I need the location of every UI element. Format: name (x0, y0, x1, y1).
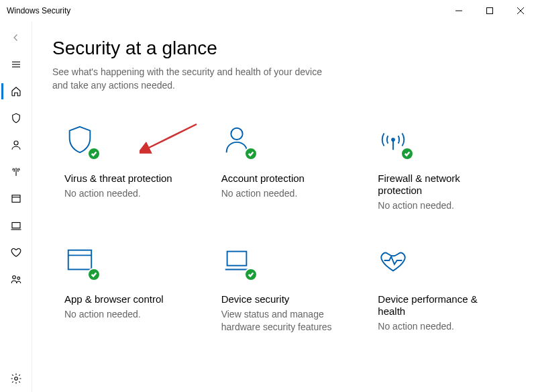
window-title: Windows Security (7, 6, 70, 15)
check-badge-icon (244, 147, 258, 160)
tile-app-browser[interactable]: App & browser control No action needed. (52, 234, 203, 348)
tile-account-protection[interactable]: Account protection No action needed. (209, 113, 360, 228)
close-button[interactable] (505, 0, 536, 21)
maximize-button[interactable] (474, 0, 505, 21)
page-title: Security at a glance (52, 38, 516, 59)
nav-family-options[interactable] (1, 266, 31, 293)
window-controls (443, 0, 536, 21)
shield-icon (64, 124, 99, 159)
back-button[interactable] (1, 24, 31, 51)
tile-virus-threat[interactable]: Virus & threat protection No action need… (52, 113, 203, 228)
title-bar: Windows Security (0, 0, 536, 21)
nav-app-browser[interactable] (1, 185, 31, 212)
check-badge-icon (244, 268, 258, 281)
tile-title: Virus & threat protection (64, 173, 191, 185)
svg-point-17 (392, 138, 394, 141)
svg-point-7 (14, 141, 18, 145)
tile-status: No action needed. (378, 199, 504, 211)
svg-rect-21 (227, 252, 246, 266)
tile-title: Account protection (221, 173, 347, 185)
nav-home[interactable] (1, 78, 31, 105)
tile-firewall[interactable]: Firewall & network protection No action … (366, 113, 516, 228)
nav-device-security[interactable] (1, 212, 31, 239)
nav-virus-threat[interactable] (1, 105, 31, 132)
person-icon (221, 124, 256, 159)
check-badge-icon (400, 147, 414, 160)
svg-rect-19 (68, 250, 92, 270)
minimize-button[interactable] (443, 0, 474, 21)
laptop-icon (221, 245, 256, 280)
main-content: Security at a glance See what's happenin… (32, 21, 536, 392)
tile-device-performance[interactable]: Device performance & health No action ne… (366, 234, 516, 348)
svg-point-13 (12, 276, 15, 279)
nav-firewall[interactable] (1, 158, 31, 185)
menu-button[interactable] (1, 51, 31, 78)
tile-status: No action needed. (378, 320, 504, 332)
check-badge-icon (87, 268, 101, 281)
tile-status: No action needed. (64, 308, 191, 320)
tile-title: Device security (221, 293, 347, 305)
svg-rect-9 (12, 195, 20, 203)
sidebar (0, 21, 32, 392)
tile-title: Firewall & network protection (378, 173, 504, 197)
window-icon (64, 245, 99, 280)
tile-title: Device performance & health (378, 293, 504, 317)
check-badge-icon (87, 147, 101, 160)
tile-title: App & browser control (64, 293, 191, 305)
svg-point-15 (14, 377, 17, 381)
svg-rect-11 (12, 223, 20, 228)
antenna-icon (378, 124, 413, 159)
tile-status: View status and manage hardware security… (221, 308, 347, 332)
tile-grid: Virus & threat protection No action need… (52, 113, 516, 349)
tile-status: No action needed. (64, 187, 191, 199)
heart-pulse-icon (378, 245, 413, 280)
tile-status: No action needed. (221, 187, 347, 199)
nav-account-protection[interactable] (1, 132, 31, 158)
svg-rect-1 (487, 8, 493, 14)
page-subtitle: See what's happening with the security a… (52, 66, 334, 92)
svg-point-14 (17, 277, 19, 280)
nav-device-performance[interactable] (1, 239, 31, 266)
svg-point-16 (231, 128, 242, 140)
nav-settings[interactable] (1, 365, 31, 392)
tile-device-security[interactable]: Device security View status and manage h… (209, 234, 360, 348)
